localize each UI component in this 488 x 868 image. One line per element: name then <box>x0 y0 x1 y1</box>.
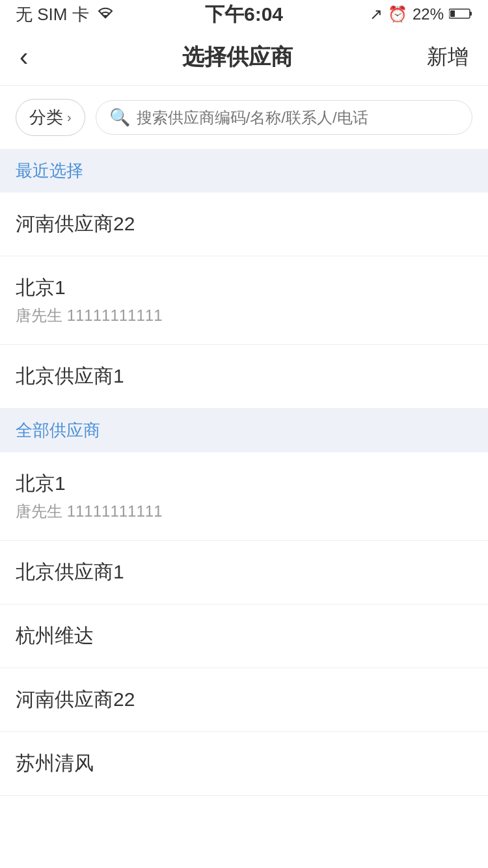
no-sim-text: 无 SIM 卡 <box>16 3 89 26</box>
page-title: 选择供应商 <box>59 42 416 72</box>
list-item[interactable]: 北京供应商1 <box>0 541 488 604</box>
search-input[interactable] <box>137 109 459 127</box>
all-section-header: 全部供应商 <box>0 409 488 452</box>
supplier-name: 河南供应商22 <box>16 686 472 713</box>
recent-section-header: 最近选择 <box>0 149 488 193</box>
status-time: 下午6:04 <box>205 1 283 28</box>
status-bar: 无 SIM 卡 下午6:04 ↗ ⏰ 22% <box>0 0 488 29</box>
wifi-icon <box>96 5 115 25</box>
supplier-name: 河南供应商22 <box>16 211 472 237</box>
status-right: ↗ ⏰ 22% <box>370 5 472 23</box>
svg-rect-1 <box>470 12 472 16</box>
list-item[interactable]: 河南供应商22 <box>0 193 488 256</box>
list-item[interactable]: 北京1唐先生 11111111111 <box>0 452 488 541</box>
add-new-button[interactable]: 新增 <box>416 43 468 72</box>
battery-icon <box>449 5 472 23</box>
battery-text: 22% <box>413 5 444 23</box>
recent-section-title: 最近选择 <box>16 161 83 180</box>
recent-items-list: 河南供应商22北京1唐先生 11111111111北京供应商1 <box>0 193 488 409</box>
back-button[interactable]: ‹ <box>20 42 59 72</box>
svg-rect-2 <box>450 10 455 17</box>
list-item[interactable]: 北京供应商1 <box>0 345 488 409</box>
supplier-name: 北京1 <box>16 275 472 301</box>
filter-bar: 分类 › 🔍 <box>0 86 488 149</box>
all-section-title: 全部供应商 <box>16 420 100 440</box>
supplier-name: 北京1 <box>16 470 472 497</box>
supplier-name: 北京供应商1 <box>16 559 472 586</box>
list-item[interactable]: 杭州维达 <box>0 604 488 668</box>
all-items-list: 北京1唐先生 11111111111北京供应商1杭州维达河南供应商22苏州清风 <box>0 452 488 796</box>
supplier-contact: 唐先生 11111111111 <box>16 305 472 326</box>
status-left: 无 SIM 卡 <box>16 3 115 26</box>
supplier-name: 杭州维达 <box>16 623 472 649</box>
supplier-contact: 唐先生 11111111111 <box>16 501 472 522</box>
list-item[interactable]: 河南供应商22 <box>0 668 488 732</box>
list-item[interactable]: 苏州清风 <box>0 732 488 796</box>
supplier-name: 苏州清风 <box>16 750 472 777</box>
list-item[interactable]: 北京1唐先生 11111111111 <box>0 256 488 345</box>
category-label: 分类 <box>29 106 63 129</box>
alarm-icon: ⏰ <box>388 5 407 23</box>
chevron-right-icon: › <box>67 110 72 125</box>
category-button[interactable]: 分类 › <box>16 99 85 136</box>
nav-bar: ‹ 选择供应商 新增 <box>0 29 488 86</box>
search-icon: 🔍 <box>109 107 130 128</box>
supplier-name: 北京供应商1 <box>16 363 472 390</box>
search-box[interactable]: 🔍 <box>96 100 472 135</box>
location-icon: ↗ <box>370 5 383 23</box>
